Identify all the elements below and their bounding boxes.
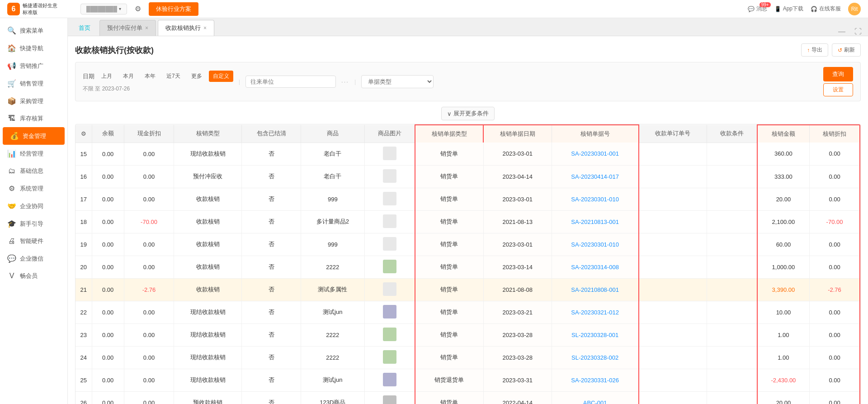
sidebar-label-marketing: 营销推广	[20, 62, 43, 70]
sidebar-item-inventory[interactable]: 🏗 库存核算	[0, 110, 67, 127]
page-header: 收款核销执行(按收款) ↑ 导出 ↺ 刷新	[75, 43, 861, 57]
tab-home[interactable]: 首页	[71, 20, 98, 36]
col-settings[interactable]: ⚙	[75, 125, 92, 143]
sidebar-item-purchase[interactable]: 📦 采购管理	[0, 92, 67, 110]
chevron-down-icon: ∨	[447, 110, 452, 117]
table-row: 16 0.00 0.00 预付冲应收 否 老白干 销货单 2023-04-14 …	[75, 165, 860, 188]
collab-icon: 🤝	[7, 202, 16, 210]
settings-button[interactable]: 设置	[823, 83, 853, 96]
company-selector[interactable]: ████████ ▾	[80, 4, 127, 14]
page-title: 收款核销执行(按收款)	[75, 45, 154, 56]
tab-home-label: 首页	[79, 24, 90, 32]
cell-product-img	[364, 256, 415, 278]
date-custom[interactable]: 自定义	[209, 71, 233, 82]
refresh-button[interactable]: ↺ 刷新	[832, 43, 861, 57]
cell-product: 老白干	[301, 165, 364, 188]
minimize-icon[interactable]: —	[835, 28, 848, 36]
online-service-area[interactable]: 🎧 在线客服	[811, 5, 841, 13]
cell-verify-doc-type: 销货单	[415, 346, 484, 369]
cell-balance: 0.00	[92, 346, 124, 369]
date-last-7days[interactable]: 近7天	[162, 71, 184, 82]
cell-product: 123D商品	[301, 391, 364, 404]
cell-cash-discount: 0.00	[124, 256, 174, 278]
cell-balance: 0.00	[92, 233, 124, 256]
cell-verify-amount: 3,390.00	[757, 278, 810, 301]
cell-verify-doc-no: ABC-001	[552, 391, 638, 404]
cell-balance: 0.00	[92, 143, 124, 165]
tab-prepay-label: 预付冲应付单	[107, 24, 142, 32]
data-table: ⚙ 余额 现金折扣 核销类型 包含已结清 商品 商品图片 核销单据类型 核销单据…	[75, 124, 860, 404]
date-more[interactable]: 更多	[187, 71, 206, 82]
top-bar-right: 💬 消息 99+ 📱 App下载 🎧 在线客服 Rit	[748, 3, 861, 15]
cell-receipt-order	[639, 369, 707, 391]
sidebar-item-basic[interactable]: 🗂 基础信息	[0, 162, 67, 180]
sidebar-item-finance[interactable]: 💰 资金管理	[3, 127, 65, 145]
tab-verify-close[interactable]: ×	[203, 25, 207, 31]
sidebar-item-hardware[interactable]: 🖨 智能硬件	[0, 233, 67, 250]
cell-verify-doc-type: 销货单	[415, 278, 484, 301]
logo-area: 6 畅捷通谐好生意 标准版	[7, 2, 75, 15]
sidebar-item-system[interactable]: ⚙ 系统管理	[0, 180, 67, 197]
cell-verify-amount: 2,100.00	[757, 210, 810, 233]
sidebar-item-guide[interactable]: 🎓 新手引导	[0, 215, 67, 233]
cell-verify-type: 收款核销	[174, 188, 242, 210]
cell-include-settled: 否	[242, 301, 301, 323]
counterpart-input[interactable]	[245, 76, 336, 88]
tab-prepay[interactable]: 预付冲应付单 ×	[99, 20, 156, 36]
expand-conditions-btn[interactable]: ∨ 展开更多条件	[441, 107, 495, 120]
col-cash-discount: 现金折扣	[124, 125, 174, 143]
sidebar-item-member[interactable]: V 畅会员	[0, 267, 67, 285]
cell-verify-type: 现结收款核销	[174, 143, 242, 165]
company-name: ████████	[86, 6, 117, 12]
management-icon: 📊	[7, 149, 16, 158]
cell-include-settled: 否	[242, 143, 301, 165]
sidebar-label-inventory: 库存核算	[20, 114, 43, 123]
tab-prepay-close[interactable]: ×	[145, 25, 148, 31]
date-this-month[interactable]: 本月	[119, 71, 138, 82]
sidebar-item-search[interactable]: 🔍 搜索菜单	[0, 22, 67, 39]
notification-area[interactable]: 💬 消息 99+	[748, 5, 767, 13]
user-avatar[interactable]: Rit	[848, 3, 861, 15]
voucher-type-select[interactable]: 单据类型	[361, 75, 434, 88]
date-range: 不限 至 2023-07-26	[83, 85, 130, 93]
home-icon: 🏠	[7, 44, 16, 52]
cell-receipt-order	[639, 165, 707, 188]
table-header-row: ⚙ 余额 现金折扣 核销类型 包含已结清 商品 商品图片 核销单据类型 核销单据…	[75, 125, 860, 143]
sidebar-item-marketing[interactable]: 📢 营销推广	[0, 57, 67, 75]
table-row: 19 0.00 0.00 收款核销 否 999 销货单 2023-03-01 S…	[75, 233, 860, 256]
col-verify-discount: 核销折扣	[810, 125, 860, 143]
sidebar-item-wechat[interactable]: 💬 企业微信	[0, 250, 67, 267]
cell-cash-discount: -2.76	[124, 278, 174, 301]
refresh-label: 刷新	[844, 46, 855, 54]
cell-product-img	[364, 210, 415, 233]
cell-verify-doc-type: 销货单	[415, 165, 484, 188]
industry-button[interactable]: 休验行业方案	[149, 2, 198, 16]
sidebar-item-management[interactable]: 📊 经营管理	[0, 145, 67, 162]
cell-cash-discount: 0.00	[124, 323, 174, 346]
cell-id: 19	[75, 233, 92, 256]
cell-verify-doc-date: 2023-03-21	[483, 301, 552, 323]
col-receipt-order: 收款单订单号	[639, 125, 707, 143]
date-this-year[interactable]: 本年	[141, 71, 160, 82]
cell-receipt-condition	[707, 233, 757, 256]
cell-verify-amount: 10.00	[757, 301, 810, 323]
cell-product-img	[364, 369, 415, 391]
sidebar-item-sales[interactable]: 🛒 销售管理	[0, 75, 67, 92]
tab-verify[interactable]: 收款核销执行 ×	[158, 20, 214, 36]
app-download-area[interactable]: 📱 App下载	[774, 5, 803, 13]
maximize-icon[interactable]: ⛶	[852, 28, 864, 36]
sidebar-item-collab[interactable]: 🤝 企业协同	[0, 197, 67, 215]
sidebar-item-nav[interactable]: 🏠 快捷导航	[0, 39, 67, 57]
col-receipt-condition: 收款条件	[707, 125, 757, 143]
cell-balance: 0.00	[92, 165, 124, 188]
cell-verify-doc-no: SA-20230331-026	[552, 369, 638, 391]
cell-cash-discount: 0.00	[124, 188, 174, 210]
cell-verify-discount: 0.00	[810, 323, 860, 346]
query-button[interactable]: 查询	[823, 67, 853, 81]
gear-button[interactable]: ⚙	[132, 3, 144, 15]
date-last-month[interactable]: 上月	[97, 71, 116, 82]
cell-verify-doc-type: 销货单	[415, 233, 484, 256]
cell-verify-doc-date: 2021-08-13	[483, 210, 552, 233]
export-button[interactable]: ↑ 导出	[801, 43, 828, 57]
cell-verify-discount: 0.00	[810, 301, 860, 323]
